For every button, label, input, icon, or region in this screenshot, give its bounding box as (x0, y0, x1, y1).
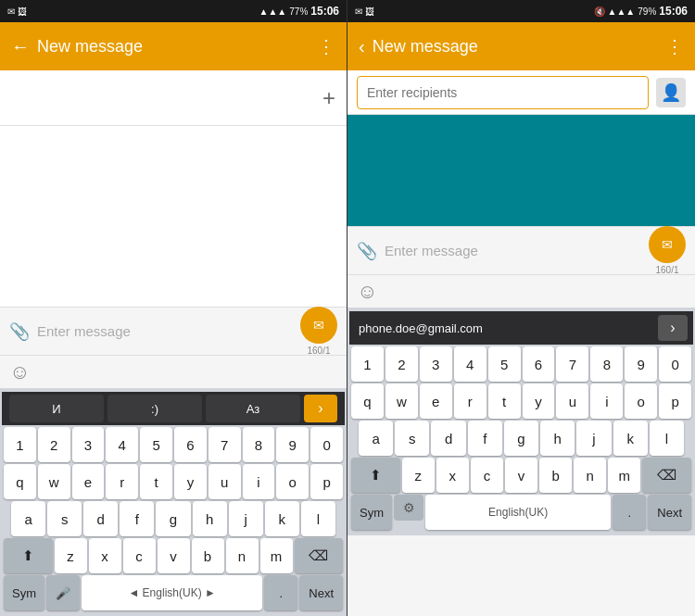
right-kb-key-z[interactable]: z (402, 458, 435, 493)
kb-key-0[interactable]: 0 (310, 427, 343, 462)
right-kb-period-key[interactable]: . (613, 495, 646, 530)
kb-key-k[interactable]: k (265, 501, 299, 536)
right-kb-key-n[interactable]: n (574, 458, 606, 493)
right-kb-key-w[interactable]: w (385, 383, 418, 419)
right-kb-key-1[interactable]: 1 (351, 346, 384, 382)
right-send-button[interactable]: ✉ (649, 226, 686, 263)
right-kb-key-9[interactable]: 9 (625, 346, 657, 382)
right-kb-key-u[interactable]: u (556, 383, 588, 419)
right-kb-key-e[interactable]: e (420, 383, 452, 419)
right-kb-key-q[interactable]: q (351, 383, 384, 419)
kb-key-v[interactable]: v (158, 538, 190, 573)
right-kb-spacebar[interactable]: English(UK) (425, 495, 611, 530)
kb-key-9[interactable]: 9 (276, 427, 309, 462)
right-message-placeholder[interactable]: Enter message (385, 243, 641, 258)
kb-key-s[interactable]: s (47, 501, 82, 536)
kb-key-6[interactable]: 6 (174, 427, 207, 462)
kb-key-5[interactable]: 5 (140, 427, 172, 462)
right-kb-key-j[interactable]: j (576, 421, 611, 456)
right-kb-key-r[interactable]: r (454, 383, 486, 419)
kb-key-z[interactable]: z (55, 538, 87, 573)
kb-key-c[interactable]: c (123, 538, 156, 573)
kb-key-a[interactable]: a (11, 501, 45, 536)
kb-period-key[interactable]: . (264, 575, 297, 610)
kb-key-r[interactable]: r (106, 464, 138, 499)
right-kb-key-f[interactable]: f (468, 421, 502, 456)
right-kb-key-p[interactable]: p (659, 383, 691, 419)
kb-key-p[interactable]: p (310, 464, 343, 499)
kb-key-m[interactable]: m (260, 538, 293, 573)
right-kb-key-5[interactable]: 5 (488, 346, 521, 382)
right-kb-key-8[interactable]: 8 (590, 346, 623, 382)
kb-key-b[interactable]: b (192, 538, 224, 573)
right-kb-key-d[interactable]: d (431, 421, 465, 456)
right-kb-key-x[interactable]: x (436, 458, 469, 493)
kb-key-d[interactable]: d (83, 501, 118, 536)
left-kb-arrow[interactable]: › (304, 395, 337, 422)
kb-key-e[interactable]: e (72, 464, 105, 499)
right-kb-key-y[interactable]: y (523, 383, 555, 419)
right-kb-next-button[interactable]: Next (648, 495, 691, 530)
right-kb-key-i[interactable]: i (590, 383, 623, 419)
right-menu-button[interactable]: ⋮ (665, 35, 684, 57)
kb-key-j[interactable]: j (229, 501, 263, 536)
left-attachment-icon[interactable]: 📎 (9, 321, 30, 342)
right-kb-key-c[interactable]: c (471, 458, 503, 493)
right-emoji-button[interactable]: ☺ (357, 280, 377, 304)
kb-key-i[interactable]: i (243, 464, 275, 499)
left-emoji-button[interactable]: ☺ (9, 360, 30, 384)
right-kb-key-2[interactable]: 2 (385, 346, 418, 382)
right-back-button[interactable]: ‹ (359, 36, 365, 57)
right-kb-key-h[interactable]: h (540, 421, 575, 456)
kb-key-x[interactable]: x (89, 538, 121, 573)
right-kb-settings-button[interactable]: ⚙ (394, 495, 423, 521)
right-kb-delete-key[interactable]: ⌫ (642, 458, 691, 493)
right-kb-key-0[interactable]: 0 (659, 346, 691, 382)
left-send-button[interactable]: ✉ (300, 307, 337, 344)
kb-key-1[interactable]: 1 (4, 427, 36, 462)
kb-key-g[interactable]: g (156, 501, 190, 536)
kb-key-2[interactable]: 2 (38, 427, 70, 462)
kb-key-q[interactable]: q (4, 464, 36, 499)
kb-key-3[interactable]: 3 (72, 427, 105, 462)
kb-key-u[interactable]: u (208, 464, 241, 499)
kb-sym-button[interactable]: Sym (4, 575, 44, 610)
right-kb-shift-key[interactable]: ⬆ (351, 458, 400, 493)
right-suggestion-arrow[interactable]: › (658, 315, 688, 341)
right-contact-icon[interactable]: 👤 (656, 78, 686, 107)
left-add-recipient-button[interactable]: + (322, 85, 335, 111)
right-kb-key-4[interactable]: 4 (454, 346, 486, 382)
right-recipients-input[interactable] (357, 76, 649, 109)
left-back-button[interactable]: ← (11, 36, 30, 57)
right-kb-sym-button[interactable]: Sym (351, 495, 392, 530)
left-message-placeholder[interactable]: Enter message (37, 323, 293, 339)
right-kb-key-m[interactable]: m (608, 458, 640, 493)
right-kb-key-v[interactable]: v (505, 458, 537, 493)
right-kb-key-t[interactable]: t (488, 383, 521, 419)
left-kb-suggestion-1[interactable]: И (9, 395, 104, 422)
kb-key-4[interactable]: 4 (106, 427, 138, 462)
right-kb-key-b[interactable]: b (539, 458, 572, 493)
right-attachment-icon[interactable]: 📎 (357, 241, 377, 261)
kb-key-n[interactable]: n (226, 538, 259, 573)
right-kb-key-3[interactable]: 3 (420, 346, 452, 382)
kb-shift-key[interactable]: ⬆ (4, 538, 53, 573)
right-kb-key-l[interactable]: l (650, 421, 684, 456)
right-kb-key-a[interactable]: a (359, 421, 393, 456)
right-kb-key-s[interactable]: s (395, 421, 429, 456)
kb-next-button[interactable]: Next (299, 575, 343, 610)
kb-key-h[interactable]: h (193, 501, 227, 536)
kb-mic-button[interactable]: 🎤 (46, 575, 80, 610)
right-kb-key-o[interactable]: o (625, 383, 657, 419)
kb-key-8[interactable]: 8 (243, 427, 275, 462)
kb-key-o[interactable]: o (276, 464, 309, 499)
kb-key-l[interactable]: l (301, 501, 335, 536)
kb-key-w[interactable]: w (38, 464, 70, 499)
left-menu-button[interactable]: ⋮ (317, 35, 335, 57)
right-kb-key-g[interactable]: g (504, 421, 538, 456)
right-email-suggestion[interactable]: phone.doe@gmail.com (355, 321, 654, 335)
kb-spacebar[interactable]: ◄ English(UK) ► (82, 575, 262, 610)
kb-key-y[interactable]: y (174, 464, 207, 499)
kb-delete-key[interactable]: ⌫ (295, 538, 344, 573)
right-kb-key-6[interactable]: 6 (523, 346, 555, 382)
